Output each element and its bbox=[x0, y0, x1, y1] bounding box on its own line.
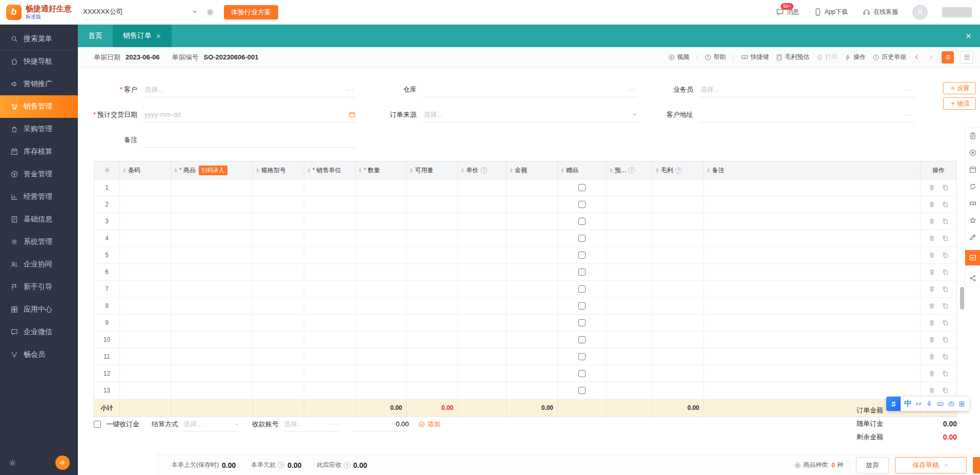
cell-barcode[interactable] bbox=[120, 332, 171, 348]
cell-barcode[interactable] bbox=[120, 247, 171, 263]
hotkey-button[interactable]: 快捷键 bbox=[741, 53, 769, 61]
cell-spec[interactable] bbox=[253, 315, 304, 331]
table-row[interactable]: 8 bbox=[94, 298, 956, 315]
sort-icon[interactable] bbox=[610, 168, 613, 173]
sidebar-item-app-center[interactable]: 应用中心 bbox=[0, 298, 78, 321]
cell-remark[interactable] bbox=[704, 365, 921, 382]
cell-product[interactable] bbox=[171, 179, 253, 196]
cell-barcode[interactable] bbox=[120, 281, 171, 297]
cell-spec[interactable] bbox=[253, 196, 304, 213]
sort-icon[interactable] bbox=[510, 168, 513, 173]
cell-barcode[interactable] bbox=[120, 298, 171, 314]
cell-spec[interactable] bbox=[253, 382, 304, 399]
ime-grid-icon[interactable] bbox=[958, 401, 965, 407]
delete-row-icon[interactable] bbox=[928, 302, 935, 309]
doc-date-value[interactable]: 2023-06-06 bbox=[126, 53, 160, 61]
settings-gear-icon[interactable] bbox=[8, 459, 17, 467]
copy-row-icon[interactable] bbox=[942, 353, 949, 360]
sidebar-item-search-menu[interactable]: 搜索菜单 bbox=[0, 28, 78, 50]
delete-row-icon[interactable] bbox=[928, 353, 935, 360]
operate-button[interactable]: 操作 bbox=[844, 53, 866, 61]
cell-unit[interactable] bbox=[304, 365, 356, 382]
sort-icon[interactable] bbox=[461, 168, 464, 173]
cell-unit[interactable] bbox=[304, 332, 356, 348]
cell-qty[interactable] bbox=[356, 315, 407, 331]
cell-barcode[interactable] bbox=[120, 365, 171, 382]
cell-spec[interactable] bbox=[253, 298, 304, 314]
gift-checkbox[interactable] bbox=[578, 201, 586, 208]
cell-product[interactable] bbox=[171, 365, 253, 382]
cell-price[interactable] bbox=[458, 179, 507, 196]
messages-button[interactable]: 99+ 消息 bbox=[776, 8, 799, 16]
cell-amount[interactable] bbox=[507, 264, 558, 280]
logistics-button[interactable]: 物流 bbox=[943, 97, 976, 110]
header-pre-profit[interactable]: 预... bbox=[607, 161, 653, 179]
table-row[interactable]: 12 bbox=[94, 365, 956, 382]
cell-qty[interactable] bbox=[356, 332, 407, 348]
help-circle-icon[interactable] bbox=[278, 462, 284, 468]
help-circle-icon[interactable] bbox=[675, 167, 682, 174]
delivery-date-input[interactable] bbox=[143, 111, 348, 118]
gift-checkbox[interactable] bbox=[578, 218, 586, 225]
sidebar-item-inventory-accounting[interactable]: 库存核算 bbox=[0, 140, 78, 163]
gift-checkbox[interactable] bbox=[578, 285, 586, 293]
header-spec[interactable]: 规格型号 bbox=[253, 161, 304, 179]
tab-home[interactable]: 首页 bbox=[78, 25, 113, 47]
prev-doc-arrow-icon[interactable] bbox=[913, 53, 921, 61]
delivery-date-field[interactable] bbox=[143, 107, 356, 122]
profit-estimate-button[interactable]: 毛利预估 bbox=[776, 53, 809, 61]
cell-unit[interactable] bbox=[304, 247, 356, 263]
cell-remark[interactable] bbox=[704, 179, 921, 196]
header-available[interactable]: 可用量 bbox=[407, 161, 458, 179]
active-panel-tool-icon[interactable] bbox=[965, 250, 980, 265]
delete-row-icon[interactable] bbox=[928, 370, 935, 377]
punctuation-icon[interactable] bbox=[915, 400, 922, 407]
doc-no-value[interactable]: SO-20230606-001 bbox=[204, 53, 259, 61]
customer-address-field[interactable] bbox=[699, 107, 914, 122]
cell-unit[interactable] bbox=[304, 298, 356, 314]
header-profit[interactable]: 毛利 bbox=[653, 161, 704, 179]
cell-product[interactable] bbox=[171, 281, 253, 297]
gift-checkbox[interactable] bbox=[578, 336, 586, 343]
cell-spec[interactable] bbox=[253, 264, 304, 280]
cell-spec[interactable] bbox=[253, 247, 304, 263]
cell-qty[interactable] bbox=[356, 281, 407, 297]
cell-product[interactable] bbox=[171, 247, 253, 263]
cell-barcode[interactable] bbox=[120, 230, 171, 246]
cell-product[interactable] bbox=[171, 196, 253, 213]
cell-barcode[interactable] bbox=[120, 179, 171, 196]
copy-row-icon[interactable] bbox=[942, 370, 949, 377]
cell-amount[interactable] bbox=[507, 281, 558, 297]
coin-tool-icon[interactable] bbox=[969, 149, 977, 157]
cell-qty[interactable] bbox=[356, 230, 407, 246]
cell-unit[interactable] bbox=[304, 230, 356, 246]
table-row[interactable]: 11 bbox=[94, 348, 956, 365]
sort-icon[interactable] bbox=[410, 168, 413, 173]
cell-price[interactable] bbox=[458, 298, 507, 314]
cell-amount[interactable] bbox=[507, 382, 558, 399]
copy-row-icon[interactable] bbox=[942, 336, 949, 343]
cell-unit[interactable] bbox=[304, 196, 356, 213]
customer-field[interactable] bbox=[143, 82, 356, 97]
cell-spec[interactable] bbox=[253, 179, 304, 196]
microphone-icon[interactable] bbox=[926, 400, 933, 407]
history-button[interactable]: 历史单据 bbox=[872, 53, 906, 61]
cell-barcode[interactable] bbox=[120, 382, 171, 399]
delete-row-icon[interactable] bbox=[928, 218, 935, 225]
picker-ellipsis-icon[interactable] bbox=[903, 111, 914, 118]
deposit-amount-field[interactable] bbox=[352, 417, 409, 431]
sidebar-item-funds-management[interactable]: 资金管理 bbox=[0, 163, 78, 185]
settings-button[interactable]: 设置 bbox=[943, 82, 976, 94]
box-tool-icon[interactable] bbox=[969, 166, 977, 174]
gift-checkbox[interactable] bbox=[578, 269, 586, 276]
sidebar-item-marketing[interactable]: 营销推广 bbox=[0, 73, 78, 95]
chevron-down-icon[interactable] bbox=[234, 421, 240, 427]
cell-amount[interactable] bbox=[507, 365, 558, 382]
cell-remark[interactable] bbox=[704, 230, 921, 246]
sidebar-item-business-management[interactable]: 经营管理 bbox=[0, 185, 78, 208]
cell-product[interactable] bbox=[171, 230, 253, 246]
cell-price[interactable] bbox=[458, 196, 507, 213]
copy-row-icon[interactable] bbox=[942, 302, 949, 309]
keyboard-icon[interactable] bbox=[936, 400, 944, 408]
table-row[interactable]: 1 bbox=[94, 179, 956, 196]
